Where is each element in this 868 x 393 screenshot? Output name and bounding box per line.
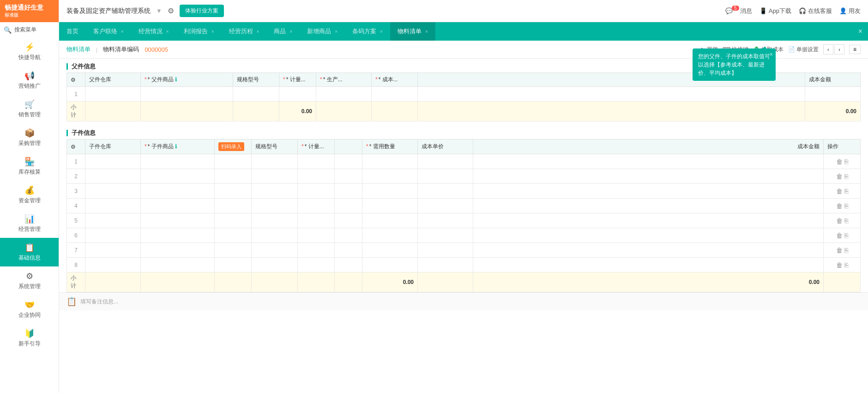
- parent-warehouse-input[interactable]: [89, 91, 137, 97]
- child-product-cell[interactable]: [141, 213, 215, 228]
- settings-icon[interactable]: ⚙: [168, 6, 174, 15]
- child-product-cell[interactable]: [141, 184, 215, 199]
- delete-icon[interactable]: 🗑: [836, 217, 843, 224]
- sidebar-item-inventory[interactable]: 🏪 库存核算: [0, 152, 59, 181]
- tab-profit-close[interactable]: ×: [211, 29, 214, 34]
- child-warehouse-cell[interactable]: [85, 243, 141, 258]
- sidebar-item-guide[interactable]: 🔰 新手引导: [0, 324, 59, 352]
- tab-barcode[interactable]: 条码方案 ×: [345, 22, 390, 41]
- sidebar-item-basic-info[interactable]: 📋 基础信息: [0, 238, 59, 266]
- copy-icon[interactable]: ⎘: [844, 202, 848, 210]
- delete-icon[interactable]: 🗑: [836, 247, 843, 254]
- parent-unit-cell[interactable]: [279, 87, 316, 102]
- child-qty-cell[interactable]: [362, 184, 418, 199]
- child-product-cell[interactable]: [141, 199, 215, 213]
- child-warehouse-cell[interactable]: [85, 228, 141, 243]
- tab-goods-close[interactable]: ×: [289, 29, 292, 34]
- child-unit-cell[interactable]: [298, 184, 335, 199]
- parent-product-cell[interactable]: [141, 87, 233, 102]
- copy-icon[interactable]: ⎘: [844, 158, 848, 165]
- delete-icon[interactable]: 🗑: [836, 261, 843, 269]
- copy-icon[interactable]: ⎘: [844, 217, 848, 224]
- scan-btn[interactable]: 扫码录入: [218, 142, 244, 151]
- child-product-cell[interactable]: [141, 154, 215, 169]
- child-product-cell[interactable]: [141, 243, 215, 258]
- parent-cost-cell[interactable]: [372, 87, 418, 102]
- message-item[interactable]: 💬 5 消息: [725, 7, 752, 15]
- delete-icon[interactable]: 🗑: [836, 232, 843, 239]
- delete-icon[interactable]: 🗑: [836, 187, 843, 195]
- copy-icon[interactable]: ⎘: [844, 261, 848, 269]
- child-unit-cell[interactable]: [298, 199, 335, 213]
- child-unit-cell[interactable]: [298, 228, 335, 243]
- close-all-tabs[interactable]: ×: [853, 27, 868, 36]
- parent-prod-input[interactable]: [320, 91, 368, 97]
- sidebar-search[interactable]: 🔍 搜索菜单: [0, 22, 59, 37]
- child-unit-cell[interactable]: [298, 213, 335, 228]
- child-product-cell[interactable]: [141, 258, 215, 272]
- child-unit-cell[interactable]: [298, 258, 335, 272]
- prev-arrow[interactable]: ‹: [823, 44, 833, 54]
- tab-bom[interactable]: 物料清单 ×: [390, 22, 435, 41]
- delete-icon[interactable]: 🗑: [836, 202, 843, 210]
- delete-icon[interactable]: 🗑: [836, 173, 843, 180]
- list-view-btn[interactable]: ≡: [849, 45, 861, 54]
- child-unit-cell[interactable]: [298, 169, 335, 184]
- tab-bom-close[interactable]: ×: [425, 29, 428, 34]
- child-qty-cell[interactable]: [362, 213, 418, 228]
- child-qty-cell[interactable]: [362, 154, 418, 169]
- tab-new-goods-close[interactable]: ×: [335, 29, 338, 34]
- sidebar-item-operations[interactable]: 📊 经营管理: [0, 209, 59, 238]
- child-warehouse-cell[interactable]: [85, 184, 141, 199]
- parent-unit-input[interactable]: [283, 91, 312, 97]
- parent-product-input[interactable]: [145, 91, 229, 97]
- copy-icon[interactable]: ⎘: [844, 173, 848, 180]
- child-product-info-icon[interactable]: ℹ: [175, 143, 177, 150]
- child-product-cell[interactable]: [141, 169, 215, 184]
- parent-prod-cell[interactable]: [316, 87, 372, 102]
- sidebar-item-finance[interactable]: 💰 资金管理: [0, 181, 59, 209]
- tab-operations[interactable]: 经营情况 ×: [131, 22, 176, 41]
- sidebar-item-purchase[interactable]: 📦 采购管理: [0, 123, 59, 152]
- tab-operations-close[interactable]: ×: [166, 29, 169, 34]
- child-qty-cell[interactable]: [362, 258, 418, 272]
- sidebar-item-sales[interactable]: 🛒 销售管理: [0, 95, 59, 123]
- child-product-cell[interactable]: [141, 228, 215, 243]
- sidebar-item-quick-nav[interactable]: ⚡ 快捷导航: [0, 37, 59, 66]
- tooltip-close-btn[interactable]: ×: [770, 50, 773, 59]
- tab-customer-close[interactable]: ×: [121, 29, 124, 34]
- copy-icon[interactable]: ⎘: [844, 187, 848, 195]
- sidebar-item-system[interactable]: ⚙ 系统管理: [0, 266, 59, 295]
- child-unit-cell[interactable]: [298, 243, 335, 258]
- tab-profit[interactable]: 利润报告 ×: [176, 22, 222, 41]
- child-warehouse-cell[interactable]: [85, 154, 141, 169]
- parent-product-info-icon[interactable]: ℹ: [175, 76, 177, 83]
- experience-button[interactable]: 体验行业方案: [180, 5, 224, 17]
- note-placeholder[interactable]: 填写备注信息...: [80, 298, 118, 306]
- delete-icon[interactable]: 🗑: [836, 158, 843, 165]
- tab-history-close[interactable]: ×: [257, 29, 259, 34]
- app-download-item[interactable]: 📱 App下载: [760, 7, 791, 15]
- tab-home[interactable]: 首页: [59, 22, 86, 41]
- copy-icon[interactable]: ⎘: [844, 247, 848, 254]
- tab-barcode-close[interactable]: ×: [380, 29, 383, 34]
- child-warehouse-cell[interactable]: [85, 169, 141, 184]
- tab-goods[interactable]: 商品 ×: [266, 22, 300, 41]
- child-qty-cell[interactable]: [362, 199, 418, 213]
- tab-new-goods[interactable]: 新增商品 ×: [300, 22, 345, 41]
- child-warehouse-cell[interactable]: [85, 213, 141, 228]
- tab-history[interactable]: 经营历程 ×: [222, 22, 267, 41]
- child-warehouse-cell[interactable]: [85, 258, 141, 272]
- child-unit-cell[interactable]: [298, 154, 335, 169]
- tab-customer[interactable]: 客户联络 ×: [86, 22, 131, 41]
- child-qty-cell[interactable]: [362, 243, 418, 258]
- sidebar-item-marketing[interactable]: 📢 营销推广: [0, 66, 59, 95]
- parent-warehouse-cell[interactable]: [85, 87, 141, 102]
- sidebar-item-enterprise[interactable]: 🤝 企业协同: [0, 295, 59, 324]
- next-arrow[interactable]: ›: [834, 44, 844, 54]
- user-item[interactable]: 👤 用友: [839, 7, 861, 15]
- system-dropdown-icon[interactable]: ▼: [156, 7, 162, 14]
- parent-cost-input[interactable]: [375, 91, 414, 97]
- child-warehouse-cell[interactable]: [85, 199, 141, 213]
- online-service-item[interactable]: 🎧 在线客服: [799, 7, 832, 15]
